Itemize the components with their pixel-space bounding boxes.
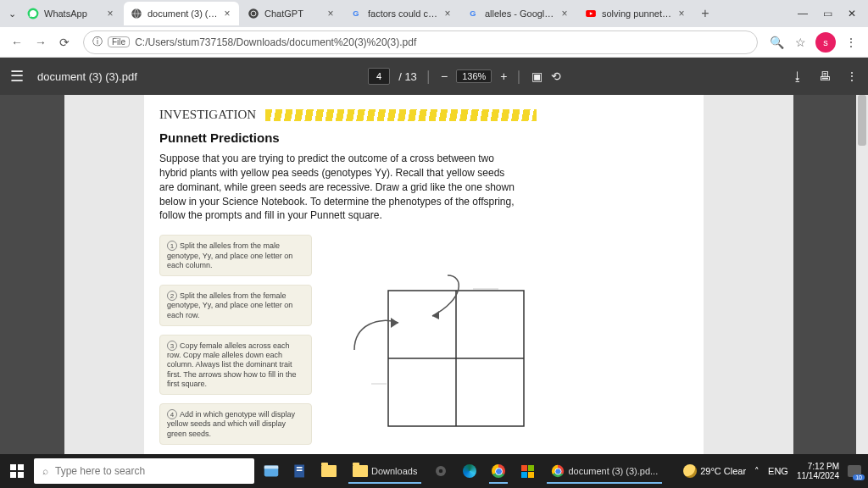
svg-rect-18 <box>18 472 24 478</box>
globe-icon <box>131 8 142 19</box>
reload-button[interactable]: ⟳ <box>53 30 76 54</box>
tab-chatgpt[interactable]: ChatGPT × <box>241 2 342 25</box>
svg-rect-23 <box>297 469 303 471</box>
task-pdf-doc[interactable]: document (3) (3).pd... <box>544 458 665 484</box>
language-indicator[interactable]: ENG <box>768 466 788 476</box>
site-info-icon[interactable]: ⓘ <box>92 35 103 49</box>
step-1: 1Split the alleles from the male genotyp… <box>159 235 312 276</box>
google-icon: G <box>468 8 480 19</box>
address-bar[interactable]: ⓘ File C:/Users/stum737158/Downloads/doc… <box>83 30 758 54</box>
whatsapp-icon <box>27 8 39 19</box>
svg-rect-22 <box>297 467 303 469</box>
pdf-toolbar: ☰ document (3) (3).pdf / 13 │ − 136% + │… <box>0 58 868 95</box>
action-center-button[interactable]: 10 <box>848 465 861 477</box>
step-callouts: 1Split the alleles from the male genotyp… <box>159 235 312 452</box>
step-4: 4Add in which genotype will display yell… <box>159 403 312 445</box>
new-tab-button[interactable]: + <box>695 6 715 21</box>
search-placeholder: Type here to search <box>55 465 145 477</box>
maximize-button[interactable]: ▭ <box>823 8 832 19</box>
page-total: / 13 <box>398 70 417 83</box>
chrome-icon <box>552 465 564 477</box>
print-button[interactable]: 🖶 <box>819 69 831 83</box>
tab-youtube-punnett[interactable]: solving punnet squ × <box>578 2 693 25</box>
tab-title: WhatsApp <box>44 8 102 19</box>
close-icon[interactable]: × <box>326 8 336 19</box>
task-edge[interactable] <box>458 458 481 484</box>
task-app-icon[interactable] <box>259 458 283 484</box>
clock-time: 7:12 PM <box>797 462 839 471</box>
clock-date: 11/14/2024 <box>797 471 839 480</box>
close-icon[interactable]: × <box>442 8 453 19</box>
weather-widget[interactable]: 29°C Clear <box>683 464 746 478</box>
tab-title: document (3) (3).pdf <box>147 8 219 19</box>
tab-whatsapp[interactable]: WhatsApp × <box>20 2 122 25</box>
windows-taskbar: ⌕ Type here to search Downloads document… <box>0 454 868 488</box>
tab-google-alleles[interactable]: G alleles - Google Se × <box>461 2 576 25</box>
scrollbar-thumb[interactable] <box>858 95 866 146</box>
pdf-document-name: document (3) (3).pdf <box>37 70 137 83</box>
close-icon[interactable]: × <box>676 8 687 19</box>
pinned-apps: Downloads document (3) (3).pd... <box>259 458 665 484</box>
browser-menu-button[interactable]: ⋮ <box>839 30 863 54</box>
tab-title: solving punnet squ <box>602 8 673 19</box>
tab-title: factors could contr <box>368 8 439 19</box>
google-icon: G <box>351 8 363 19</box>
tab-google-factors[interactable]: G factors could contr × <box>344 2 459 25</box>
svg-marker-12 <box>391 318 398 328</box>
step-text: Split the alleles from the male genotype… <box>167 241 292 269</box>
zoom-in-button[interactable]: + <box>500 69 507 83</box>
task-downloads-folder[interactable]: Downloads <box>346 458 424 484</box>
task-label: document (3) (3).pd... <box>568 466 658 476</box>
divider: │ <box>426 70 432 83</box>
window-controls: ― ▭ ✕ <box>789 8 865 19</box>
task-ms-store[interactable] <box>515 458 539 484</box>
vertical-scrollbar[interactable] <box>856 95 868 454</box>
step-2: 2Split the alleles from the female genot… <box>159 285 312 326</box>
url-scheme-chip: File <box>108 36 130 47</box>
pdf-more-button[interactable]: ⋮ <box>846 69 858 83</box>
decorative-stripe <box>265 109 537 121</box>
weather-icon <box>683 464 697 478</box>
step-text: Split the alleles from the female genoty… <box>167 291 292 319</box>
weather-text: 29°C Clear <box>700 466 746 476</box>
back-button[interactable]: ← <box>5 30 29 54</box>
url-text: C:/Users/stum737158/Downloads/document%2… <box>135 36 416 48</box>
minimize-button[interactable]: ― <box>798 8 808 19</box>
close-icon[interactable]: × <box>222 8 232 19</box>
task-label: Downloads <box>371 466 417 476</box>
tab-overflow-button[interactable]: ⌄ <box>3 8 20 19</box>
fit-page-button[interactable]: ▣ <box>531 69 542 83</box>
close-window-button[interactable]: ✕ <box>848 8 856 19</box>
forward-button[interactable]: → <box>29 30 53 54</box>
start-button[interactable] <box>0 454 34 488</box>
zoom-indicator-icon[interactable]: 🔍 <box>765 30 788 54</box>
zoom-level[interactable]: 136% <box>456 69 492 83</box>
search-icon: ⌕ <box>42 465 48 477</box>
page-number-input[interactable] <box>368 68 390 85</box>
rotate-button[interactable]: ⟲ <box>551 69 561 83</box>
punnett-square-figure <box>337 265 541 452</box>
chatgpt-icon <box>248 8 259 19</box>
step-text: Copy female alleles across each row. Cop… <box>167 341 296 388</box>
profile-avatar[interactable]: s <box>815 32 836 53</box>
close-icon[interactable]: × <box>559 8 570 19</box>
clock[interactable]: 7:12 PM 11/14/2024 <box>797 462 839 480</box>
tab-document[interactable]: document (3) (3).pdf × <box>124 2 239 25</box>
task-settings[interactable] <box>429 458 453 484</box>
pdf-viewport[interactable]: INVESTIGATION Punnett Predictions Suppos… <box>0 95 868 454</box>
avatar-letter: s <box>823 37 828 47</box>
svg-text:G: G <box>353 9 359 18</box>
tray-chevron-icon[interactable]: ˄ <box>754 466 760 477</box>
svg-rect-16 <box>18 464 24 470</box>
bookmark-button[interactable]: ☆ <box>788 30 812 54</box>
close-icon[interactable]: × <box>105 8 115 19</box>
taskbar-search[interactable]: ⌕ Type here to search <box>34 458 254 484</box>
tab-title: alleles - Google Se <box>485 8 556 19</box>
browser-toolbar: ← → ⟳ ⓘ File C:/Users/stum737158/Downloa… <box>0 27 868 58</box>
zoom-out-button[interactable]: − <box>441 69 448 83</box>
task-app-icon[interactable] <box>288 458 312 484</box>
task-chrome[interactable] <box>487 458 510 484</box>
task-file-explorer[interactable] <box>317 458 341 484</box>
download-button[interactable]: ⭳ <box>792 69 804 83</box>
menu-icon[interactable]: ☰ <box>10 67 24 86</box>
